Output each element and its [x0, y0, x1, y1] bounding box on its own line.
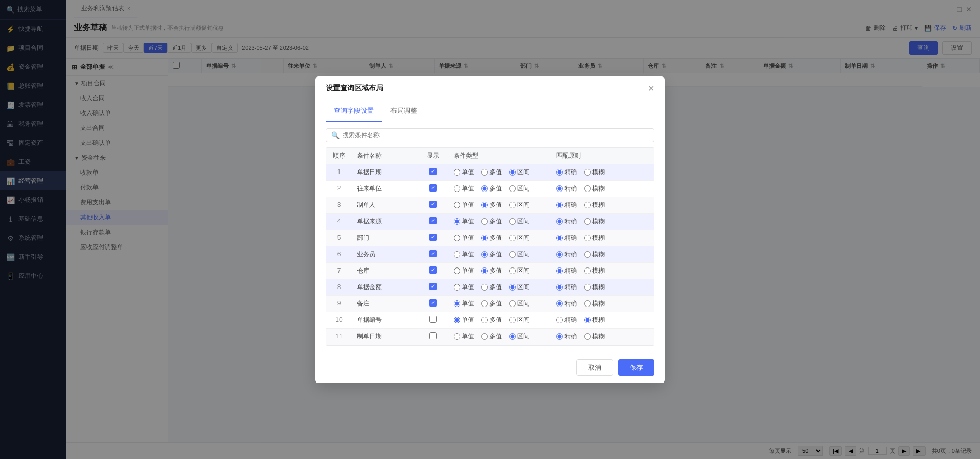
- type-option-单值-5[interactable]: 单值: [454, 234, 474, 242]
- match-option-精确-3[interactable]: 精确: [556, 201, 577, 209]
- type-radio-区间-3[interactable]: [509, 202, 516, 208]
- match-option-模糊-4[interactable]: 模糊: [584, 217, 605, 226]
- type-option-多值-3[interactable]: 多值: [481, 201, 502, 209]
- type-option-区间-3[interactable]: 区间: [509, 201, 530, 209]
- match-radio-模糊-6[interactable]: [584, 251, 591, 258]
- type-radio-多值-7[interactable]: [481, 267, 488, 274]
- row-show-8[interactable]: [418, 279, 448, 295]
- match-option-精确-8[interactable]: 精确: [556, 283, 577, 292]
- row-show-5[interactable]: [418, 230, 448, 246]
- type-radio-单值-6[interactable]: [454, 251, 460, 258]
- match-option-模糊-2[interactable]: 模糊: [584, 184, 605, 193]
- row-show-1[interactable]: [418, 164, 448, 180]
- type-radio-多值-3[interactable]: [481, 202, 488, 208]
- match-option-模糊-8[interactable]: 模糊: [584, 283, 605, 292]
- type-radio-多值-10[interactable]: [481, 317, 488, 323]
- type-option-多值-9[interactable]: 多值: [481, 299, 502, 308]
- type-radio-多值-5[interactable]: [481, 235, 488, 241]
- match-option-精确-7[interactable]: 精确: [556, 266, 577, 275]
- type-radio-单值-3[interactable]: [454, 202, 460, 208]
- type-option-多值-10[interactable]: 多值: [481, 316, 502, 324]
- type-option-区间-8[interactable]: 区间: [509, 283, 530, 292]
- show-checkbox-9[interactable]: [429, 299, 437, 307]
- match-option-模糊-3[interactable]: 模糊: [584, 201, 605, 209]
- match-option-精确-6[interactable]: 精确: [556, 250, 577, 259]
- match-option-模糊-5[interactable]: 模糊: [584, 234, 605, 242]
- modal-close-button[interactable]: ✕: [648, 84, 654, 93]
- match-option-精确-11[interactable]: 精确: [556, 332, 577, 341]
- type-option-多值-7[interactable]: 多值: [481, 266, 502, 275]
- match-radio-精确-2[interactable]: [556, 185, 563, 192]
- match-radio-模糊-8[interactable]: [584, 284, 591, 291]
- type-radio-区间-2[interactable]: [509, 185, 516, 192]
- type-option-单值-4[interactable]: 单值: [454, 217, 474, 226]
- type-radio-单值-8[interactable]: [454, 284, 460, 291]
- type-radio-单值-4[interactable]: [454, 218, 460, 225]
- type-option-区间-6[interactable]: 区间: [509, 250, 530, 259]
- match-radio-精确-7[interactable]: [556, 267, 563, 274]
- match-option-模糊-6[interactable]: 模糊: [584, 250, 605, 259]
- modal-overlay[interactable]: 设置查询区域布局 ✕ 查询字段设置 布局调整 🔍 顺序 条件名称 显示: [0, 0, 980, 459]
- type-radio-单值-7[interactable]: [454, 267, 460, 274]
- match-option-模糊-7[interactable]: 模糊: [584, 266, 605, 275]
- match-radio-精确-8[interactable]: [556, 284, 563, 291]
- type-radio-区间-10[interactable]: [509, 317, 516, 323]
- type-option-单值-3[interactable]: 单值: [454, 201, 474, 209]
- type-option-单值-11[interactable]: 单值: [454, 332, 474, 341]
- type-option-多值-11[interactable]: 多值: [481, 332, 502, 341]
- type-radio-多值-1[interactable]: [481, 169, 488, 176]
- match-radio-模糊-3[interactable]: [584, 202, 591, 208]
- type-radio-多值-9[interactable]: [481, 300, 488, 307]
- match-radio-精确-6[interactable]: [556, 251, 563, 258]
- type-option-单值-1[interactable]: 单值: [454, 168, 474, 177]
- type-option-单值-7[interactable]: 单值: [454, 266, 474, 275]
- show-checkbox-4[interactable]: [429, 217, 437, 224]
- type-option-区间-2[interactable]: 区间: [509, 184, 530, 193]
- type-radio-区间-9[interactable]: [509, 300, 516, 307]
- type-radio-区间-7[interactable]: [509, 267, 516, 274]
- type-option-区间-1[interactable]: 区间: [509, 168, 530, 177]
- match-option-精确-5[interactable]: 精确: [556, 234, 577, 242]
- type-radio-多值-4[interactable]: [481, 218, 488, 225]
- match-radio-精确-11[interactable]: [556, 333, 563, 340]
- type-radio-单值-11[interactable]: [454, 333, 460, 340]
- type-option-单值-2[interactable]: 单值: [454, 184, 474, 193]
- type-radio-多值-2[interactable]: [481, 185, 488, 192]
- row-show-6[interactable]: [418, 246, 448, 262]
- type-option-单值-10[interactable]: 单值: [454, 316, 474, 324]
- type-option-区间-9[interactable]: 区间: [509, 299, 530, 308]
- type-radio-区间-1[interactable]: [509, 169, 516, 176]
- match-option-精确-9[interactable]: 精确: [556, 299, 577, 308]
- show-checkbox-8[interactable]: [429, 283, 437, 290]
- match-option-精确-10[interactable]: 精确: [556, 316, 577, 324]
- type-radio-多值-6[interactable]: [481, 251, 488, 258]
- row-show-3[interactable]: [418, 197, 448, 213]
- match-option-精确-2[interactable]: 精确: [556, 184, 577, 193]
- modal-save-button[interactable]: 保存: [618, 359, 654, 376]
- modal-cancel-button[interactable]: 取消: [576, 359, 613, 376]
- type-option-区间-4[interactable]: 区间: [509, 217, 530, 226]
- type-radio-多值-8[interactable]: [481, 284, 488, 291]
- type-radio-多值-11[interactable]: [481, 333, 488, 340]
- match-option-模糊-1[interactable]: 模糊: [584, 168, 605, 177]
- match-option-模糊-11[interactable]: 模糊: [584, 332, 605, 341]
- type-option-区间-5[interactable]: 区间: [509, 234, 530, 242]
- match-radio-模糊-7[interactable]: [584, 267, 591, 274]
- type-option-区间-7[interactable]: 区间: [509, 266, 530, 275]
- type-radio-单值-10[interactable]: [454, 317, 460, 323]
- type-option-区间-11[interactable]: 区间: [509, 332, 530, 341]
- tab-field-settings[interactable]: 查询字段设置: [326, 101, 382, 122]
- row-show-7[interactable]: [418, 262, 448, 279]
- type-option-多值-1[interactable]: 多值: [481, 168, 502, 177]
- match-radio-精确-1[interactable]: [556, 169, 563, 176]
- match-radio-模糊-9[interactable]: [584, 300, 591, 307]
- match-radio-模糊-4[interactable]: [584, 218, 591, 225]
- row-show-2[interactable]: [418, 180, 448, 197]
- type-radio-单值-1[interactable]: [454, 169, 460, 176]
- type-option-多值-5[interactable]: 多值: [481, 234, 502, 242]
- type-option-单值-9[interactable]: 单值: [454, 299, 474, 308]
- row-show-9[interactable]: [418, 295, 448, 312]
- show-checkbox-3[interactable]: [429, 201, 437, 208]
- match-radio-精确-5[interactable]: [556, 235, 563, 241]
- tab-layout[interactable]: 布局调整: [382, 101, 425, 122]
